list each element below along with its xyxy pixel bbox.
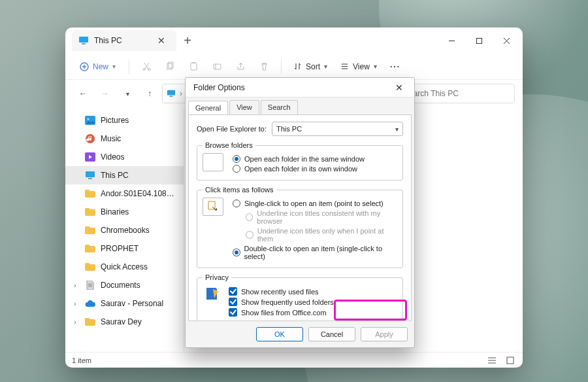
sidebar-item-music[interactable]: Music	[65, 130, 184, 148]
sidebar-item-onedrive[interactable]: › Saurav - Personal	[65, 294, 184, 313]
folder-icon	[85, 225, 95, 235]
apply-button[interactable]: Apply	[361, 327, 408, 341]
expand-icon[interactable]: ›	[71, 282, 80, 289]
expand-icon[interactable]: ›	[71, 300, 80, 307]
new-button[interactable]: New ▾	[73, 57, 122, 77]
tab-general[interactable]: General	[188, 101, 228, 115]
back-button[interactable]: ←	[73, 84, 93, 103]
paste-button[interactable]	[183, 57, 204, 77]
sidebar-item-chromebooks[interactable]: Chromebooks	[65, 221, 184, 239]
chevron-down-icon: ▾	[324, 63, 327, 70]
copy-button[interactable]	[159, 57, 180, 77]
tab-view[interactable]: View	[229, 100, 259, 114]
view-icon	[340, 62, 349, 71]
radio-same-window[interactable]: Open each folder in the same window	[233, 155, 397, 163]
svg-rect-18	[86, 171, 95, 177]
folder-icon	[85, 262, 95, 272]
svg-point-15	[88, 118, 90, 120]
cut-button[interactable]	[136, 57, 157, 77]
sidebar-item-thispc[interactable]: This PC	[65, 166, 184, 184]
click-items-group: Click items as follows Single-click to o…	[197, 186, 403, 268]
svg-rect-6	[167, 63, 172, 69]
sidebar-item-label: This PC	[101, 171, 129, 180]
privacy-group: Privacy Show recently used files Show fr…	[197, 273, 403, 321]
checkbox-icon	[229, 308, 237, 317]
more-button[interactable]: ⋯	[385, 57, 406, 77]
privacy-icon	[203, 285, 223, 321]
radio-icon	[246, 231, 253, 239]
radio-underline-point: Underline icon titles only when I point …	[246, 227, 397, 243]
document-icon	[85, 280, 95, 290]
check-recent-files[interactable]: Show recently used files	[229, 287, 397, 296]
new-label: New	[93, 62, 108, 71]
check-office-files[interactable]: Show files from Office.com	[229, 308, 397, 317]
chevron-down-icon: ▾	[112, 63, 116, 70]
share-button[interactable]	[230, 57, 251, 77]
svg-rect-1	[82, 43, 86, 44]
click-items-icon	[203, 198, 223, 216]
recent-locations-button[interactable]: ▾	[118, 84, 137, 103]
clear-button[interactable]: Clear	[355, 321, 397, 321]
tab-search[interactable]: Search	[261, 100, 298, 114]
delete-button[interactable]	[253, 57, 274, 77]
folder-icon	[85, 188, 95, 199]
browse-folders-icon	[203, 153, 223, 171]
radio-single-click[interactable]: Single-click to open an item (point to s…	[233, 200, 397, 207]
radio-own-window[interactable]: Open each folder in its own window	[233, 165, 397, 173]
maximize-button[interactable]	[465, 31, 493, 50]
folder-options-dialog: Folder Options ✕ General View Search Ope…	[185, 77, 415, 348]
sidebar-item-userfolder[interactable]: › Saurav Dey	[65, 313, 184, 331]
svg-rect-2	[476, 38, 482, 43]
dialog-close-button[interactable]: ✕	[388, 82, 410, 93]
forward-button[interactable]: →	[95, 84, 115, 103]
view-label: View	[353, 62, 370, 71]
rename-button[interactable]	[206, 57, 227, 77]
check-frequent-folders[interactable]: Show frequently used folders	[229, 298, 397, 306]
pictures-icon	[85, 115, 95, 126]
close-window-button[interactable]	[493, 31, 520, 50]
view-button[interactable]: View ▾	[335, 57, 382, 77]
radio-icon	[233, 200, 240, 207]
checkbox-icon	[229, 298, 237, 306]
folder-icon	[85, 317, 95, 327]
tab-close-button[interactable]: ✕	[153, 36, 170, 45]
breadcrumb-separator: ›	[180, 89, 182, 98]
sidebar-item-label: Binaries	[101, 207, 129, 217]
videos-icon	[85, 152, 95, 162]
sidebar-item-label: PROPHET	[101, 244, 139, 253]
new-tab-button[interactable]: +	[176, 34, 199, 47]
sidebar-item-videos[interactable]: Videos	[65, 148, 184, 166]
tab-page-general: Open File Explorer to: This PC ▾ Browse …	[188, 114, 412, 321]
svg-rect-0	[79, 37, 88, 43]
svg-rect-12	[169, 95, 172, 97]
radio-double-click[interactable]: Double-click to open an item (single-cli…	[233, 245, 397, 260]
privacy-legend: Privacy	[203, 273, 231, 281]
expand-icon[interactable]: ›	[71, 319, 80, 326]
svg-rect-19	[88, 178, 92, 179]
sidebar-item-documents[interactable]: › Documents	[65, 276, 184, 294]
search-input[interactable]	[402, 88, 509, 99]
details-view-button[interactable]	[486, 355, 498, 366]
svg-rect-20	[507, 357, 514, 364]
sort-label: Sort	[306, 62, 320, 71]
sidebar-item-label: Documents	[101, 281, 140, 290]
sidebar-item-andor[interactable]: Andor.S01E04.1080p.WEB…	[65, 184, 184, 203]
sidebar-item-binaries[interactable]: Binaries	[65, 203, 184, 221]
open-explorer-combo[interactable]: This PC ▾	[272, 122, 403, 136]
up-button[interactable]: ↑	[140, 84, 159, 103]
sidebar-item-pictures[interactable]: Pictures	[65, 111, 184, 130]
sidebar-item-quickaccess[interactable]: Quick Access	[65, 258, 184, 276]
svg-rect-8	[191, 63, 197, 70]
sort-button[interactable]: Sort ▾	[288, 57, 333, 77]
dialog-title: Folder Options	[193, 83, 245, 92]
ok-button[interactable]: OK	[256, 327, 303, 341]
minimize-button[interactable]	[438, 31, 465, 50]
radio-icon	[233, 155, 240, 163]
window-tab[interactable]: This PC ✕	[72, 30, 176, 51]
thumbnails-view-button[interactable]	[504, 355, 516, 366]
radio-underline-browser: Underline icon titles consistent with my…	[246, 209, 397, 225]
sidebar-item-prophet[interactable]: PROPHET	[65, 239, 184, 258]
sidebar-item-label: Music	[101, 134, 121, 143]
cancel-button[interactable]: Cancel	[308, 327, 355, 341]
svg-rect-9	[192, 62, 195, 63]
